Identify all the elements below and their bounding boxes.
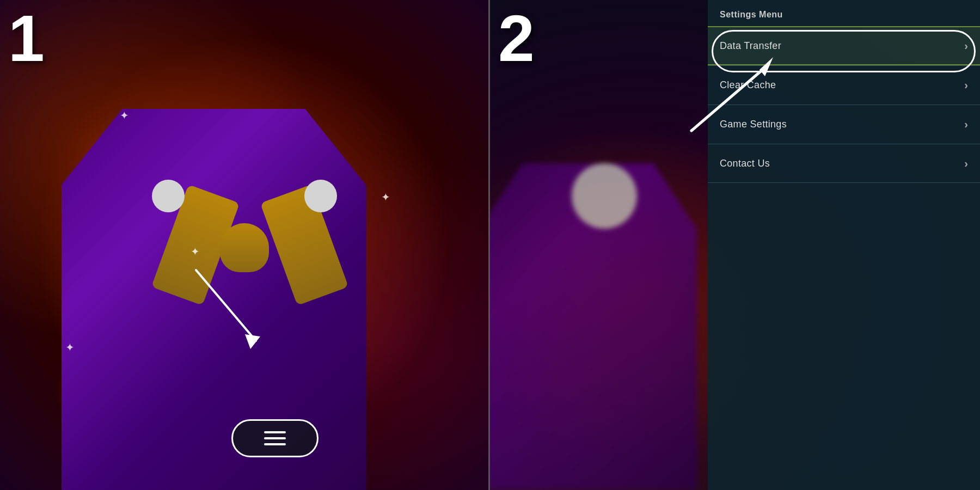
settings-item-clear-cache-chevron: › — [964, 79, 968, 91]
settings-item-game-settings-chevron: › — [964, 118, 968, 131]
settings-title: Settings Menu — [708, 0, 980, 26]
settings-item-data-transfer-chevron: › — [964, 40, 968, 52]
svg-marker-1 — [245, 334, 260, 349]
right-panel: 2 Settings Menu Data Transfer › Clear Ca… — [490, 0, 980, 490]
svg-line-2 — [691, 65, 768, 131]
left-panel: 1 ✦ ✦ ✦ ✦ — [0, 0, 490, 490]
hamburger-icon — [264, 431, 286, 445]
sparkle-3: ✦ — [65, 341, 75, 354]
settings-item-contact-us-label: Contact Us — [720, 158, 770, 169]
sparkle-2: ✦ — [381, 191, 390, 204]
step-number-2: 2 — [498, 5, 535, 71]
settings-item-contact-us-chevron: › — [964, 157, 968, 170]
menu-line-1 — [264, 431, 286, 433]
settings-item-contact-us[interactable]: Contact Us › — [708, 144, 980, 183]
step-number-1: 1 — [8, 5, 45, 71]
char-hand-right — [304, 180, 337, 212]
svg-line-0 — [196, 270, 256, 341]
menu-line-2 — [264, 437, 286, 439]
arrow-to-menu — [174, 254, 283, 365]
char-hand-left — [152, 180, 185, 212]
svg-marker-3 — [759, 57, 773, 76]
menu-line-3 — [264, 443, 286, 445]
menu-button[interactable] — [231, 419, 318, 457]
sparkle-1: ✦ — [120, 109, 129, 122]
right-char-hand — [572, 163, 637, 229]
arrow-to-data-transfer — [675, 33, 795, 144]
